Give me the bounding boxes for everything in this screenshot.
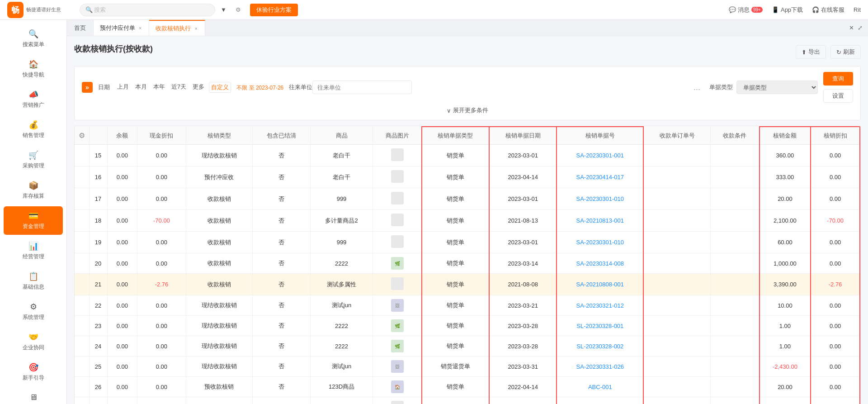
row-gear[interactable] [75,274,89,295]
sidebar-item-inventory[interactable]: 📦 库存核算 [4,176,63,204]
dropdown-trigger[interactable]: ▼ [221,6,226,13]
row-gear[interactable] [75,295,89,316]
col-gear[interactable]: ⚙ [75,127,89,145]
row-goods-img [373,232,422,253]
verify-bill-no-link[interactable]: SA-20230414-017 [576,174,624,181]
row-verify-bill-date: 2023-03-28 [489,336,557,356]
logo-text: 畅捷通谱好生意 [26,6,61,13]
tab-bar: 首页 预付冲应付单 × 收款核销执行 × ✕ ⤢ [67,20,868,36]
row-gear[interactable] [75,232,89,253]
filter-last-month[interactable]: 上月 [115,82,131,93]
verify-bill-no-link[interactable]: SL-20230328-001 [576,323,623,329]
tab-collection-close[interactable]: × [193,26,198,31]
verify-bill-no-link[interactable]: SA-20230301-010 [576,239,624,246]
filter-this-year[interactable]: 本年 [151,82,167,93]
row-gear[interactable] [75,166,89,188]
row-gear[interactable] [75,316,89,336]
row-seq: 21 [89,274,107,295]
sidebar-item-sys-mgmt[interactable]: ⚙ 系统管理 [4,297,63,326]
table-row: 27 0.00 0.00 现结收款核销 否 衣服00001 销货单 2023-0… [75,397,860,404]
row-gear[interactable] [75,210,89,232]
row-gear[interactable] [75,145,89,166]
row-verify-amount: 3,390.00 [760,274,811,295]
filter-custom[interactable]: 自定义 [209,82,231,93]
setting-button[interactable]: 设置 [823,89,853,103]
row-gear[interactable] [75,356,89,377]
tab-prepay-close[interactable]: × [138,25,142,31]
row-gear[interactable] [75,188,89,210]
sidebar-item-operation[interactable]: 📊 经营管理 [4,237,63,265]
row-gear[interactable] [75,397,89,404]
tab-prepay[interactable]: 预付冲应付单 × [94,20,149,36]
row-goods: 999 [310,188,373,210]
row-cash-discount: 0.00 [137,166,186,188]
top-search[interactable]: 🔍 搜索 [80,4,215,16]
sidebar-item-base-info[interactable]: 📋 基础信息 [4,267,63,295]
sidebar-item-finance[interactable]: 💳 资金管理 [4,206,63,235]
row-verify-discount: 0.00 [811,316,860,336]
query-button[interactable]: 查询 [823,72,853,86]
message-btn[interactable]: 💬 消息 99+ [729,6,763,14]
row-verify-amount: 1,000.00 [760,253,811,274]
filter-from-unit-input[interactable] [312,81,412,94]
filter-more[interactable]: 更多 [191,82,206,93]
row-seq: 19 [89,232,107,253]
row-goods-img [373,166,422,188]
row-gear[interactable] [75,377,89,397]
row-verify-type: 现结收款核销 [186,316,253,336]
smart-hw-icon: 🖥 [29,393,38,402]
app-download-btn[interactable]: 📱 App下载 [772,6,803,14]
goods-image [391,192,404,204]
row-goods-img: 🖼 [373,295,422,316]
row-seq: 22 [89,295,107,316]
row-gear[interactable] [75,336,89,356]
row-balance: 0.00 [107,210,137,232]
verify-bill-no-link[interactable]: SL-20230328-002 [576,343,623,350]
expand-more-button[interactable]: ∨ 展开更多条件 [447,106,488,114]
row-verify-type: 现结收款核销 [186,356,253,377]
sidebar-item-quick-nav[interactable]: 🏠 快捷导航 [4,55,63,83]
row-balance: 0.00 [107,274,137,295]
verify-bill-no-link[interactable]: SA-20230301-001 [576,152,624,159]
row-receipt-condition [711,356,760,377]
verify-bill-no-link[interactable]: SA-20210808-001 [576,281,624,288]
row-verify-type: 收款核销 [186,253,253,274]
refresh-button[interactable]: ↻ 刷新 [830,45,861,59]
filter-7days[interactable]: 近7天 [170,82,188,93]
filter-expand-button[interactable]: » [82,82,93,93]
sidebar-item-smart-hw[interactable]: 🖥 智能硬件 [4,388,63,404]
goods-image [391,214,404,226]
row-verify-type: 预收款核销 [186,377,253,397]
tab-collection[interactable]: 收款核销执行 × [149,20,205,36]
verify-bill-no-link[interactable]: SA-20230321-012 [576,302,624,309]
page-actions: ⬆ 导出 ↻ 刷新 [796,45,861,59]
verify-bill-no-link[interactable]: SA-20230331-026 [576,363,624,370]
verify-bill-no-link[interactable]: SA-20210813-001 [576,217,624,224]
verify-bill-no-link[interactable]: SA-20230301-010 [576,195,624,202]
industry-btn[interactable]: 休验行业方案 [250,4,298,16]
row-cash-discount: 0.00 [137,336,186,356]
sidebar-item-corp-collab[interactable]: 🤝 企业协同 [4,328,63,356]
maximize-icon[interactable]: ⤢ [858,24,863,31]
close-window-icon[interactable]: ✕ [849,24,854,31]
col-goods: 商品 [310,127,373,145]
sidebar-item-search-menu[interactable]: 🔍 搜索菜单 [4,24,63,53]
tab-home[interactable]: 首页 [67,20,94,36]
verify-bill-no-link[interactable]: SA-20230314-008 [576,260,624,267]
table-header-row: ⚙ 余额 现金折扣 核销类型 包含已结清 商品 商品图片 核销单据类型 核销单据… [75,127,860,145]
sidebar-item-newbie[interactable]: 🎯 新手引导 [4,358,63,386]
online-service-btn[interactable]: 🎧 在线客服 [812,6,844,14]
gear-button[interactable]: ⚙ [232,4,245,16]
export-button[interactable]: ⬆ 导出 [796,45,826,59]
sidebar-item-marketing[interactable]: 📣 营销推广 [4,85,63,114]
row-gear[interactable] [75,253,89,274]
chevron-down-icon: ∨ [447,107,451,114]
filter-bill-type-select[interactable]: 单据类型 [736,81,818,94]
row-verify-type: 现结收款核销 [186,295,253,316]
sidebar-item-purchase[interactable]: 🛒 采购管理 [4,146,63,174]
sidebar-item-sales[interactable]: 💰 销售管理 [4,115,63,144]
filter-this-month[interactable]: 本月 [133,82,149,93]
verify-bill-no-link[interactable]: ABC-001 [588,384,612,390]
row-included-cleared: 否 [253,188,310,210]
row-balance: 0.00 [107,336,137,356]
